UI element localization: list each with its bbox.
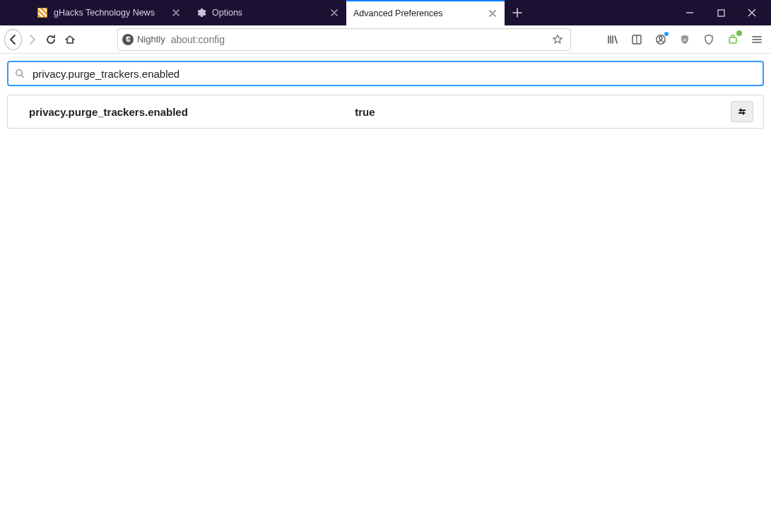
close-window-button[interactable] (738, 3, 765, 23)
account-icon[interactable] (651, 30, 671, 49)
reader-view-icon[interactable] (627, 30, 647, 49)
reload-button[interactable] (42, 29, 60, 50)
bookmark-star-icon[interactable] (549, 31, 566, 48)
pref-name: privacy.purge_trackers.enabled (29, 106, 355, 118)
extension-icon[interactable] (723, 30, 743, 49)
tab-title: Advanced Preferences (353, 8, 486, 18)
tab-title: Options (212, 8, 328, 18)
identity-label: Nightly (137, 34, 165, 45)
library-icon[interactable] (603, 30, 623, 49)
identity-box[interactable]: Nightly (122, 34, 165, 45)
toolbar-icons: u (603, 30, 767, 49)
tabs-row: gHacks Technology News Options Advanced … (30, 0, 671, 25)
window-controls (671, 0, 771, 25)
toggle-pref-button[interactable] (731, 101, 753, 122)
close-tab-icon[interactable] (170, 6, 182, 19)
protection-shield-icon[interactable] (699, 30, 719, 49)
new-tab-button[interactable] (505, 0, 530, 25)
svg-rect-0 (718, 10, 724, 16)
favicon-ghacks (37, 7, 48, 18)
search-icon (14, 69, 25, 78)
pref-search-input[interactable] (31, 67, 757, 81)
pref-search-box[interactable] (7, 61, 764, 86)
svg-rect-6 (729, 37, 736, 43)
menu-icon[interactable] (747, 30, 767, 49)
pref-value: true (355, 106, 731, 118)
titlebar-drag-space (0, 0, 30, 25)
home-button[interactable] (61, 29, 78, 50)
titlebar: gHacks Technology News Options Advanced … (0, 0, 771, 25)
tab-ghacks[interactable]: gHacks Technology News (30, 0, 188, 25)
tab-options[interactable]: Options (188, 0, 346, 25)
close-tab-icon[interactable] (486, 7, 499, 20)
urlbar[interactable]: Nightly about:config (117, 28, 571, 51)
url-text: about:config (171, 34, 543, 45)
aboutconfig-content: privacy.purge_trackers.enabled true (0, 54, 771, 136)
svg-text:u: u (683, 37, 686, 42)
nav-toolbar: Nightly about:config u (0, 25, 771, 54)
pref-row[interactable]: privacy.purge_trackers.enabled true (8, 95, 763, 128)
tab-advanced-preferences[interactable]: Advanced Preferences (346, 0, 505, 25)
tab-title: gHacks Technology News (54, 8, 170, 18)
maximize-button[interactable] (707, 3, 734, 23)
svg-point-4 (659, 37, 662, 40)
firefox-icon (122, 34, 134, 45)
close-tab-icon[interactable] (328, 6, 341, 19)
back-button[interactable] (4, 29, 22, 50)
ublock-shield-icon[interactable]: u (675, 30, 695, 49)
forward-button[interactable] (23, 29, 41, 50)
pref-table: privacy.purge_trackers.enabled true (7, 95, 764, 129)
minimize-button[interactable] (676, 3, 703, 23)
gear-icon (195, 7, 206, 18)
